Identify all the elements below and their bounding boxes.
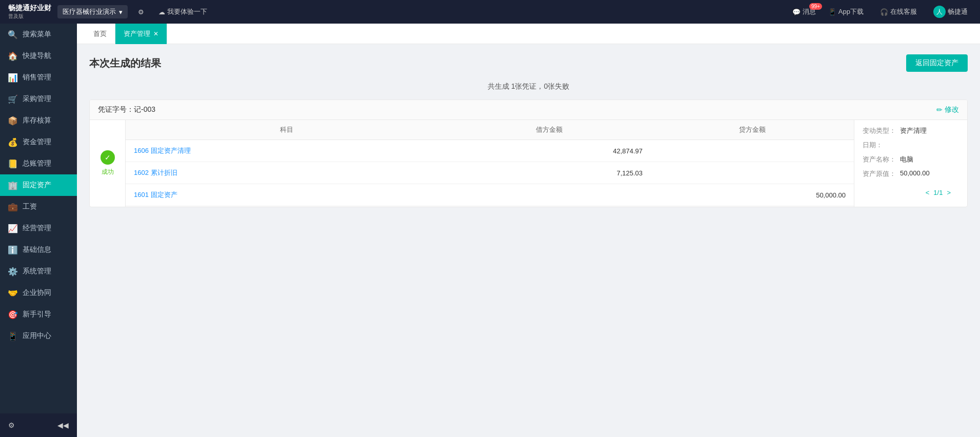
pagination-prev[interactable]: < <box>926 189 930 196</box>
sidebar-scroll: 🔍 搜索菜单 🏠 快捷导航 📊 销售管理 🛒 采购管理 📦 库存核算 💰 <box>0 24 77 413</box>
table-row: 1606 固定资产清理 42,874.97 <box>126 140 854 162</box>
voucher-body: ✓ 成功 科目 借方金额 贷方金额 <box>90 120 967 207</box>
sidebar-item-label: 系统管理 <box>23 267 51 276</box>
sidebar-item-label: 快捷导航 <box>23 51 51 61</box>
sidebar-item-sales[interactable]: 📊 销售管理 <box>0 67 77 88</box>
asset-original-value-row: 资产原值： 50,000.00 <box>863 169 959 178</box>
sidebar-item-label: 采购管理 <box>23 94 51 104</box>
asset-name-value: 电脑 <box>900 155 913 164</box>
page-header: 本次生成的结果 返回固定资产 <box>89 54 968 72</box>
inventory-icon: 📦 <box>8 116 17 125</box>
tab-home-label: 首页 <box>93 29 107 38</box>
voucher-section: 凭证字号：记-003 ✏ 修改 ✓ 成功 <box>89 100 968 207</box>
sidebar-item-payroll[interactable]: 💼 工资 <box>0 196 77 217</box>
sidebar-item-label: 工资 <box>23 202 37 211</box>
asset-name-label: 资产名称： <box>863 155 896 164</box>
table-row: 1601 固定资产 50,000.00 <box>126 184 854 206</box>
sidebar-item-ledger[interactable]: 📒 总账管理 <box>0 153 77 174</box>
sidebar-item-app-center[interactable]: 📱 应用中心 <box>0 325 77 347</box>
page-title: 本次生成的结果 <box>89 56 161 70</box>
voucher-table-area: 科目 借方金额 贷方金额 1606 固定资产清理 42,874.97 <box>126 120 854 207</box>
tab-close-icon[interactable]: ✕ <box>153 30 158 37</box>
sales-icon: 📊 <box>8 73 17 82</box>
credit-cell <box>651 140 854 162</box>
sidebar-collapse-btn[interactable]: ◀◀ <box>57 421 69 429</box>
subject-cell: 1606 固定资产清理 <box>126 140 448 162</box>
sidebar: 🔍 搜索菜单 🏠 快捷导航 📊 销售管理 🛒 采购管理 📦 库存核算 💰 <box>0 24 77 437</box>
content-area: 首页 资产管理 ✕ 本次生成的结果 返回固定资产 共生成 1张凭证，0张失败 凭… <box>77 24 980 437</box>
voucher-header: 凭证字号：记-003 ✏ 修改 <box>90 100 967 120</box>
company-name: 医疗器械行业演示 <box>63 7 116 16</box>
messages-btn[interactable]: 💬 消息 99+ <box>792 7 816 16</box>
home-icon: 🏠 <box>8 51 17 61</box>
logo-area: 畅捷通好业财 普及版 <box>8 4 51 20</box>
search-icon: 🔍 <box>8 30 17 39</box>
sidebar-item-label: 资金管理 <box>23 137 51 147</box>
experience-label: 我要体验一下 <box>167 7 207 16</box>
sidebar-item-guide[interactable]: 🎯 新手引导 <box>0 304 77 325</box>
back-to-fixed-assets-button[interactable]: 返回固定资产 <box>906 54 968 72</box>
credit-cell <box>651 162 854 184</box>
funds-icon: 💰 <box>8 137 17 147</box>
user-area[interactable]: 人 畅捷通 <box>929 4 972 20</box>
guide-icon: 🎯 <box>8 310 17 319</box>
col-header-subject: 科目 <box>126 120 448 140</box>
asset-original-value-value: 50,000.00 <box>900 169 930 178</box>
online-service-label: 在线客服 <box>890 7 917 16</box>
sidebar-settings-btn[interactable]: ⚙ <box>8 421 15 429</box>
sidebar-item-purchase[interactable]: 🛒 采购管理 <box>0 88 77 110</box>
table-row: 1602 累计折旧 7,125.03 <box>126 162 854 184</box>
sidebar-item-label: 基础信息 <box>23 245 51 254</box>
debit-cell: 7,125.03 <box>448 162 651 184</box>
message-icon: 💬 <box>792 8 801 16</box>
sidebar-item-system[interactable]: ⚙️ 系统管理 <box>0 261 77 282</box>
experience-btn[interactable]: ☁ 我要体验一下 <box>154 5 211 18</box>
sidebar-item-inventory[interactable]: 📦 库存核算 <box>0 110 77 131</box>
sidebar-item-quick-nav[interactable]: 🏠 快捷导航 <box>0 45 77 67</box>
sidebar-item-basic-info[interactable]: ℹ️ 基础信息 <box>0 239 77 261</box>
logo-title: 畅捷通好业财 <box>8 4 51 13</box>
result-summary: 共生成 1张凭证，0张失败 <box>89 82 968 91</box>
sidebar-item-label: 固定资产 <box>23 181 51 190</box>
debit-cell <box>448 184 651 206</box>
change-type-value: 资产清理 <box>900 126 927 135</box>
top-header: 畅捷通好业财 普及版 医疗器械行业演示 ▾ ⚙ ☁ 我要体验一下 💬 消息 99… <box>0 0 980 24</box>
col-header-debit: 借方金额 <box>448 120 651 140</box>
app-download-label: App下载 <box>838 7 864 16</box>
sidebar-item-funds[interactable]: 💰 资金管理 <box>0 131 77 153</box>
basic-info-icon: ℹ️ <box>8 245 17 254</box>
sidebar-item-label: 应用中心 <box>23 331 51 341</box>
tab-home[interactable]: 首页 <box>85 24 115 44</box>
tab-asset-mgmt[interactable]: 资产管理 ✕ <box>115 24 167 44</box>
sidebar-item-search[interactable]: 🔍 搜索菜单 <box>0 24 77 45</box>
asset-original-value-label: 资产原值： <box>863 169 896 178</box>
sidebar-item-enterprise[interactable]: 🤝 企业协同 <box>0 282 77 304</box>
ledger-icon: 📒 <box>8 159 17 168</box>
sidebar-item-fixed-assets[interactable]: 🏢 固定资产 <box>0 174 77 196</box>
sidebar-item-label: 销售管理 <box>23 73 51 82</box>
success-icon: ✓ <box>101 150 115 165</box>
pagination: < 1/1 > <box>863 184 959 201</box>
date-label: 日期： <box>863 141 883 150</box>
sidebar-item-label: 经营管理 <box>23 224 51 233</box>
page-content: 本次生成的结果 返回固定资产 共生成 1张凭证，0张失败 凭证字号：记-003 … <box>77 44 980 437</box>
asset-name-row: 资产名称： 电脑 <box>863 155 959 164</box>
sidebar-item-operations[interactable]: 📈 经营管理 <box>0 217 77 239</box>
voucher-edit-button[interactable]: ✏ 修改 <box>936 105 959 114</box>
operations-icon: 📈 <box>8 224 17 233</box>
online-service-btn[interactable]: 🎧 在线客服 <box>876 5 921 18</box>
pagination-next[interactable]: > <box>947 189 951 196</box>
app-download-btn[interactable]: 📱 App下载 <box>824 5 868 18</box>
fixed-assets-icon: 🏢 <box>8 181 17 190</box>
debit-cell: 42,874.97 <box>448 140 651 162</box>
subject-cell: 1602 累计折旧 <box>126 162 448 184</box>
company-selector[interactable]: 医疗器械行业演示 ▾ <box>57 5 128 18</box>
edit-icon: ✏ <box>936 106 943 114</box>
sidebar-item-label: 总账管理 <box>23 159 51 168</box>
voucher-table: 科目 借方金额 贷方金额 1606 固定资产清理 42,874.97 <box>126 120 854 206</box>
dropdown-icon: ▾ <box>119 8 123 16</box>
settings-icon: ⚙ <box>138 8 144 16</box>
settings-btn[interactable]: ⚙ <box>134 6 148 18</box>
service-icon: 🎧 <box>880 8 888 16</box>
credit-cell: 50,000.00 <box>651 184 854 206</box>
